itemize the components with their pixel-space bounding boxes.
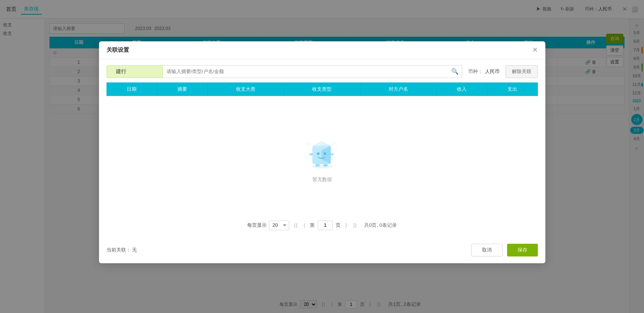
first-page-btn[interactable]: ⟨⟨	[292, 222, 299, 229]
search-bar: 建行 🔍 币种： 人民币 解除关联	[107, 65, 538, 78]
empty-row: ✦ ✦ ✦ 暂无数据	[107, 96, 537, 216]
svg-rect-7	[330, 153, 334, 155]
col-category: 收支大类	[207, 82, 284, 96]
svg-rect-8	[315, 164, 320, 166]
total-records-info: 共0页, 0条记录	[364, 222, 397, 229]
unlink-button[interactable]: 解除关联	[506, 65, 538, 78]
modal-footer: 当前关联： 无 取消 保存	[99, 239, 545, 263]
save-button[interactable]: 保存	[507, 244, 538, 256]
col-type: 收支类型	[284, 82, 360, 96]
svg-rect-6	[309, 153, 313, 155]
search-icon[interactable]: 🔍	[451, 68, 459, 75]
search-input-wrap: 🔍	[163, 65, 462, 78]
currency-value: 人民币	[485, 68, 500, 75]
empty-state: ✦ ✦ ✦ 暂无数据	[107, 96, 537, 216]
per-page-wrap: 每页显示 20 50 100	[247, 220, 289, 230]
col-counterparty: 对方户名	[360, 82, 436, 96]
page-number-input[interactable]	[318, 220, 333, 230]
col-expense: 支出	[487, 82, 537, 96]
last-page-btn[interactable]: ⟩⟩	[351, 222, 358, 229]
current-link-display: 当前关联： 无	[107, 247, 137, 253]
footer-buttons: 取消 保存	[471, 244, 538, 256]
svg-text:✦: ✦	[336, 148, 338, 150]
svg-text:✦: ✦	[307, 142, 309, 146]
col-memo: 摘要	[157, 82, 208, 96]
cancel-button[interactable]: 取消	[471, 244, 503, 256]
svg-rect-4	[317, 152, 320, 155]
modal-body: 建行 🔍 币种： 人民币 解除关联 日期 摘要 收支大类 收支类型 对方户名 收	[99, 59, 545, 239]
table-header-row: 日期 摘要 收支大类 收支类型 对方户名 收入 支出	[107, 82, 537, 96]
empty-text: 暂无数据	[312, 176, 332, 183]
data-table: 日期 摘要 收支大类 收支类型 对方户名 收入 支出	[107, 82, 538, 216]
modal-header: 关联设置 ✕	[99, 41, 545, 59]
svg-text:✦: ✦	[333, 142, 335, 144]
search-input[interactable]	[163, 66, 462, 78]
current-link-value: 无	[132, 247, 137, 253]
svg-point-0	[311, 165, 333, 168]
per-page-select[interactable]: 20 50 100	[269, 220, 289, 230]
bank-tag: 建行	[107, 65, 163, 78]
currency-display: 币种： 人民币	[462, 65, 506, 78]
next-page-btn[interactable]: ⟩	[344, 222, 348, 229]
modal-close-button[interactable]: ✕	[532, 46, 538, 53]
empty-state-icon: ✦ ✦ ✦	[303, 136, 341, 170]
modal-title: 关联设置	[107, 46, 129, 54]
col-income: 收入	[437, 82, 487, 96]
col-date: 日期	[107, 82, 157, 96]
prev-page-btn[interactable]: ⟨	[302, 222, 307, 229]
modal-pagination: 每页显示 20 50 100 ⟨⟨ ⟨ 第 页 ⟩ ⟩⟩ 共0页, 0条记录	[107, 216, 538, 233]
svg-rect-5	[324, 152, 326, 155]
associate-settings-modal: 关联设置 ✕ 建行 🔍 币种： 人民币 解除关联 日期 摘要 收支大类	[99, 41, 545, 263]
svg-rect-9	[323, 164, 327, 166]
